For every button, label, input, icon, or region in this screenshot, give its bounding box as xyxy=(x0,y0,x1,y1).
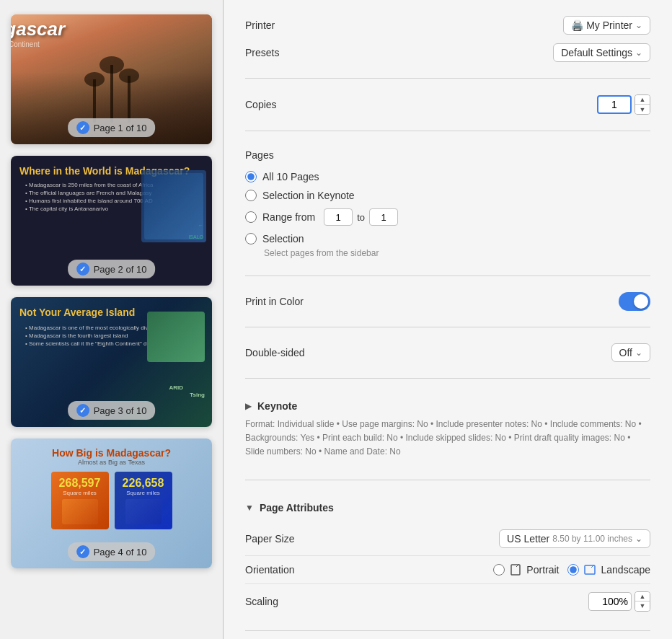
copies-increment-button[interactable]: ▲ xyxy=(635,95,650,105)
slide4-title: How Big is Madagascar? xyxy=(19,447,203,459)
range-inputs: to xyxy=(324,208,398,226)
pages-range-label[interactable]: Range from xyxy=(262,211,315,223)
color-label: Print in Color xyxy=(245,296,304,307)
slide4-stat-2: 226,658 Square miles xyxy=(115,472,172,529)
landscape-option[interactable]: Landscape xyxy=(567,563,650,576)
landscape-icon xyxy=(583,563,596,576)
bottom-bar: ? PDF ▾ Cancel Print xyxy=(245,631,650,639)
slide-item-2[interactable]: Where in the World is Madagascar? • Mada… xyxy=(11,156,212,286)
landscape-label[interactable]: Landscape xyxy=(601,564,650,576)
pages-radio-group: All 10 Pages Selection in Keynote Range … xyxy=(245,164,650,264)
portrait-radio[interactable] xyxy=(493,564,505,576)
color-toggle-thumb xyxy=(634,294,648,309)
orientation-row: Orientation Portrait Lands xyxy=(245,556,650,584)
page-attributes-content: Paper Size US Letter 8.50 by 11.00 inche… xyxy=(245,516,650,619)
double-sided-chevron-icon: ⌄ xyxy=(635,348,642,358)
copies-input[interactable] xyxy=(597,95,632,114)
range-to-input[interactable] xyxy=(369,208,398,226)
portrait-option[interactable]: Portrait xyxy=(493,563,559,576)
paper-size-detail: 8.50 by 11.00 inches xyxy=(552,534,632,544)
double-sided-row: Double-sided Off ⌄ xyxy=(245,339,650,366)
color-section: Print in Color xyxy=(245,276,650,327)
pages-selection-keynote-radio[interactable] xyxy=(245,190,257,201)
slide-check-icon-2 xyxy=(76,263,89,276)
copies-label: Copies xyxy=(245,99,277,110)
range-from-input[interactable] xyxy=(324,208,353,226)
slide-item-1[interactable]: Madagascar The 8th Continent Page 1 of 1… xyxy=(11,14,212,144)
presets-row: Presets Default Settings ⌄ xyxy=(245,39,650,66)
pages-selection-keynote-row: Selection in Keynote xyxy=(245,186,650,205)
printer-chevron-icon: ⌄ xyxy=(635,20,642,30)
slide-item-3[interactable]: Not Your Average Island • Madagascar is … xyxy=(11,297,212,427)
scaling-stepper: ▲ ▼ xyxy=(588,591,650,612)
printer-name: My Printer xyxy=(586,19,632,31)
keynote-section: ▶ Keynote Format: Individual slide • Use… xyxy=(245,379,650,480)
pages-selection-keynote-label[interactable]: Selection in Keynote xyxy=(262,190,355,201)
paper-size-chevron-icon: ⌄ xyxy=(635,534,642,544)
slide-label-1: Page 1 of 10 xyxy=(68,118,156,137)
svg-rect-2 xyxy=(585,565,595,574)
scaling-row: Scaling ▲ ▼ xyxy=(245,584,650,619)
pages-range-radio[interactable] xyxy=(245,211,257,223)
pages-selection-label[interactable]: Selection xyxy=(262,233,304,244)
portrait-label[interactable]: Portrait xyxy=(526,564,559,576)
slide-item-4[interactable]: How Big is Madagascar? Almost as Big as … xyxy=(11,439,212,568)
print-panel: Printer 🖨️ My Printer ⌄ Presets Default … xyxy=(224,0,672,639)
scaling-decrement-button[interactable]: ▼ xyxy=(635,601,650,611)
landscape-radio[interactable] xyxy=(567,564,579,576)
slide-label-2: Page 2 of 10 xyxy=(68,260,156,278)
copies-decrement-button[interactable]: ▼ xyxy=(635,105,650,114)
copies-section: Copies ▲ ▼ xyxy=(245,79,650,131)
selection-hint: Select pages from the sidebar xyxy=(264,248,650,261)
printer-dropdown[interactable]: 🖨️ My Printer ⌄ xyxy=(563,16,650,35)
range-to-label: to xyxy=(357,212,365,223)
pages-selection-radio[interactable] xyxy=(245,233,257,244)
presets-value: Default Settings ⌄ xyxy=(553,43,650,62)
orientation-label: Orientation xyxy=(245,564,294,576)
scaling-increment-button[interactable]: ▲ xyxy=(635,592,650,601)
keynote-title: Keynote xyxy=(257,400,297,412)
portrait-icon xyxy=(509,563,522,576)
page-attributes-section: ▼ Page Attributes Paper Size US Letter 8… xyxy=(245,480,650,631)
scaling-input[interactable] xyxy=(588,592,632,611)
slide1-main-title: Madagascar xyxy=(11,18,112,40)
copies-stepper: ▲ ▼ xyxy=(597,94,650,115)
double-sided-dropdown[interactable]: Off ⌄ xyxy=(611,343,650,362)
slide-check-icon-3 xyxy=(76,404,89,417)
copies-stepper-buttons: ▲ ▼ xyxy=(635,94,650,115)
printer-icon: 🖨️ xyxy=(571,19,583,31)
pages-selection-row: Selection xyxy=(245,229,650,248)
pages-all-label[interactable]: All 10 Pages xyxy=(262,171,319,182)
pages-all-row: All 10 Pages xyxy=(245,167,650,186)
presets-label: Presets xyxy=(245,47,279,58)
presets-chevron-icon: ⌄ xyxy=(635,48,642,58)
paper-size-name: US Letter xyxy=(507,533,549,545)
scaling-stepper-buttons: ▲ ▼ xyxy=(635,591,650,612)
printer-row: Printer 🖨️ My Printer ⌄ xyxy=(245,12,650,39)
slide4-stat-1: 268,597 Square miles xyxy=(51,472,109,529)
page-attributes-title: Page Attributes xyxy=(260,502,334,514)
pages-all-radio[interactable] xyxy=(245,171,257,182)
double-sided-section: Double-sided Off ⌄ xyxy=(245,327,650,379)
page-attributes-arrow-icon: ▼ xyxy=(245,503,254,513)
paper-size-label: Paper Size xyxy=(245,533,294,545)
slide-check-icon-1 xyxy=(76,121,89,134)
pages-section: Pages All 10 Pages Selection in Keynote … xyxy=(245,131,650,276)
keynote-header[interactable]: ▶ Keynote xyxy=(245,390,650,418)
presets-dropdown[interactable]: Default Settings ⌄ xyxy=(553,43,650,62)
scaling-label: Scaling xyxy=(245,596,278,607)
color-row: Print in Color xyxy=(245,288,650,315)
slide-sidebar: Madagascar The 8th Continent Page 1 of 1… xyxy=(0,0,224,639)
keynote-arrow-icon: ▶ xyxy=(245,401,252,411)
printer-value: 🖨️ My Printer ⌄ xyxy=(563,16,650,35)
orientation-group: Portrait Landscape xyxy=(493,563,650,576)
paper-size-dropdown[interactable]: US Letter 8.50 by 11.00 inches ⌄ xyxy=(499,529,650,548)
slide-label-3: Page 3 of 10 xyxy=(68,401,156,420)
svg-rect-0 xyxy=(511,565,520,575)
slide1-sub-title: The 8th Continent xyxy=(11,40,112,48)
page-attributes-header[interactable]: ▼ Page Attributes xyxy=(245,492,650,516)
printer-label: Printer xyxy=(245,19,275,31)
double-sided-value: Off xyxy=(619,347,632,358)
paper-size-row: Paper Size US Letter 8.50 by 11.00 inche… xyxy=(245,522,650,556)
color-toggle[interactable] xyxy=(619,292,650,311)
